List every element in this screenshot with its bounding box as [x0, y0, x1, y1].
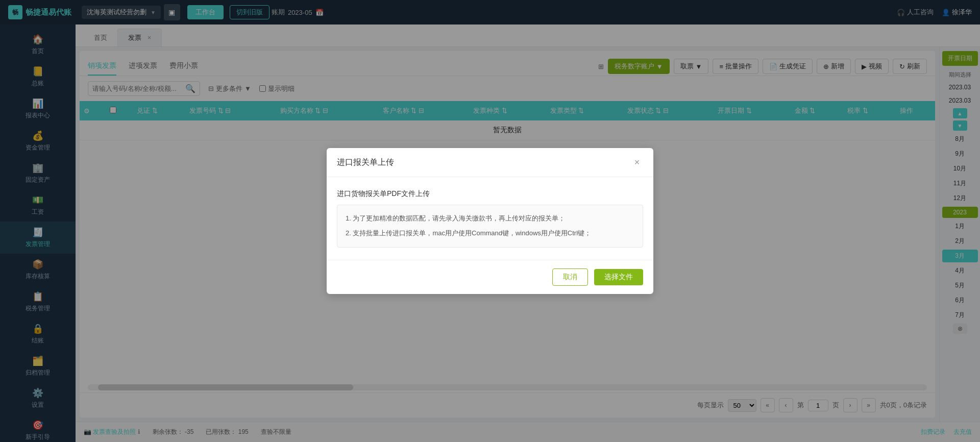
modal-cancel-button[interactable]: 取消 [552, 268, 588, 286]
modal-overlay[interactable]: 进口报关单上传 × 进口货物报关单PDF文件上传 1. 为了更加精准的数据匹配，… [0, 0, 980, 442]
modal-info-1: 1. 为了更加精准的数据匹配，请先录入海关缴款书，再上传对应的报关单； [346, 213, 634, 224]
modal-info-box: 1. 为了更加精准的数据匹配，请先录入海关缴款书，再上传对应的报关单； 2. 支… [337, 205, 643, 248]
select-file-button[interactable]: 选择文件 [594, 269, 643, 285]
modal-title: 进口报关单上传 [337, 157, 394, 168]
modal-header: 进口报关单上传 × [327, 148, 653, 177]
modal-info-2: 2. 支持批量上传进口报关单，mac用户使用Command键，windows用户… [346, 228, 634, 239]
modal-body: 进口货物报关单PDF文件上传 1. 为了更加精准的数据匹配，请先录入海关缴款书，… [327, 177, 653, 260]
modal-section-title: 进口货物报关单PDF文件上传 [337, 189, 643, 199]
import-modal: 进口报关单上传 × 进口货物报关单PDF文件上传 1. 为了更加精准的数据匹配，… [327, 148, 653, 294]
modal-footer: 取消 选择文件 [327, 260, 653, 294]
modal-close-button[interactable]: × [631, 156, 643, 168]
